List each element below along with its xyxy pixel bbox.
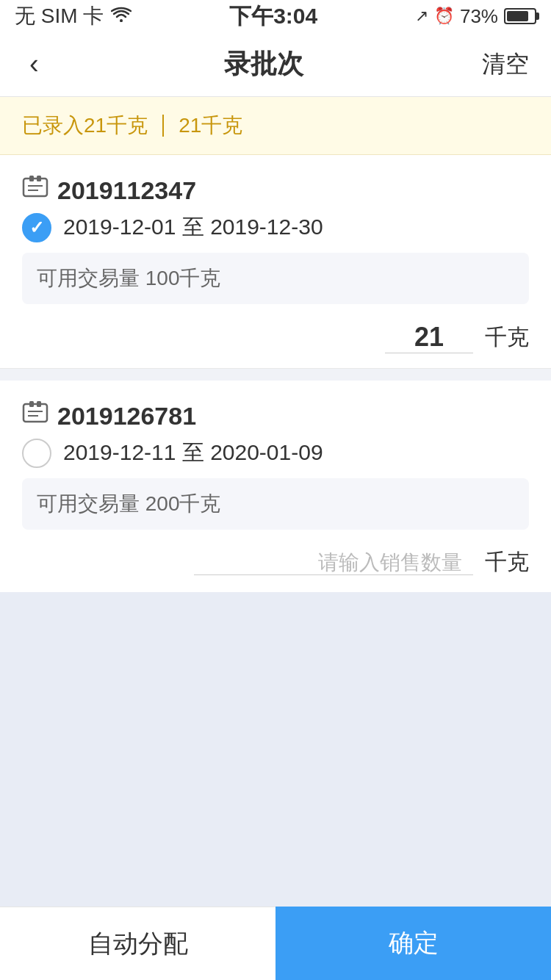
svg-rect-7 [29, 401, 34, 407]
batch1-available: 可用交易量 100千克 [22, 253, 529, 304]
batch1-quantity-value: 21 [414, 322, 444, 352]
nav-bar: ‹ 录批次 清空 [0, 32, 551, 97]
alarm-icon: ⏰ [434, 7, 454, 26]
confirm-button[interactable]: 确定 [276, 907, 551, 980]
page-title: 录批次 [224, 46, 303, 82]
batch-card-2: 2019126781 2019-12-11 至 2020-01-09 可用交易量… [0, 381, 551, 592]
recorded-value: 21千克 [179, 112, 242, 140]
status-bar: 无 SIM 卡 下午3:04 ↗ ⏰ 73% [0, 0, 551, 32]
back-button[interactable]: ‹ [22, 41, 46, 87]
bottom-empty-area [0, 592, 551, 915]
batch1-id: 2019112347 [57, 176, 196, 205]
svg-rect-6 [24, 404, 47, 422]
battery-icon [504, 8, 536, 24]
batch2-unit: 千克 [485, 547, 529, 577]
batch2-available: 可用交易量 200千克 [22, 478, 529, 530]
batch1-quantity-row: 21 千克 [0, 304, 551, 369]
auto-distribute-label: 自动分配 [88, 927, 188, 961]
batch2-avail-text: 可用交易量 200千克 [37, 492, 221, 515]
batch1-icon [22, 176, 48, 205]
batch2-radio[interactable] [22, 439, 51, 468]
wifi-icon [111, 4, 132, 28]
batch1-quantity-underline: 21 [385, 322, 473, 353]
status-left: 无 SIM 卡 [15, 2, 132, 30]
batch2-header: 2019126781 [0, 381, 551, 438]
batch-card-1: 2019112347 2019-12-01 至 2019-12-30 可用交易量… [0, 155, 551, 369]
confirm-label: 确定 [389, 926, 439, 960]
batch1-date: 2019-12-01 至 2019-12-30 [63, 212, 323, 242]
svg-point-0 [120, 19, 123, 22]
recorded-label: 已录入21千克 [22, 112, 148, 140]
batch2-input-row: 千克 [0, 530, 551, 592]
clear-button[interactable]: 清空 [482, 48, 529, 81]
svg-rect-1 [24, 179, 47, 196]
batch2-date-row: 2019-12-11 至 2020-01-09 [0, 438, 551, 468]
auto-distribute-button[interactable]: 自动分配 [0, 907, 276, 980]
carrier-text: 无 SIM 卡 [15, 2, 104, 30]
batch1-avail-text: 可用交易量 100千克 [37, 267, 221, 289]
batch1-unit: 千克 [485, 323, 529, 353]
content-area: 已录入21千克 21千克 2019112347 2019-12-01 至 201… [0, 97, 551, 980]
info-banner: 已录入21千克 21千克 [0, 97, 551, 155]
svg-rect-8 [37, 401, 41, 407]
batch2-id: 2019126781 [57, 402, 196, 430]
batch2-date: 2019-12-11 至 2020-01-09 [63, 438, 323, 468]
batch2-icon [22, 401, 48, 430]
footer: 自动分配 确定 [0, 907, 551, 980]
batch1-date-row: 2019-12-01 至 2019-12-30 [0, 212, 551, 242]
card-divider [0, 369, 551, 381]
batch1-header: 2019112347 [0, 155, 551, 212]
batch2-quantity-input[interactable] [194, 550, 473, 575]
batch1-radio[interactable] [22, 213, 51, 242]
info-divider [162, 115, 164, 137]
location-icon: ↗ [415, 7, 428, 26]
status-time: 下午3:04 [229, 1, 317, 32]
svg-rect-2 [29, 176, 34, 181]
status-right: ↗ ⏰ 73% [415, 5, 536, 28]
svg-rect-3 [37, 176, 41, 181]
battery-text: 73% [460, 5, 498, 28]
